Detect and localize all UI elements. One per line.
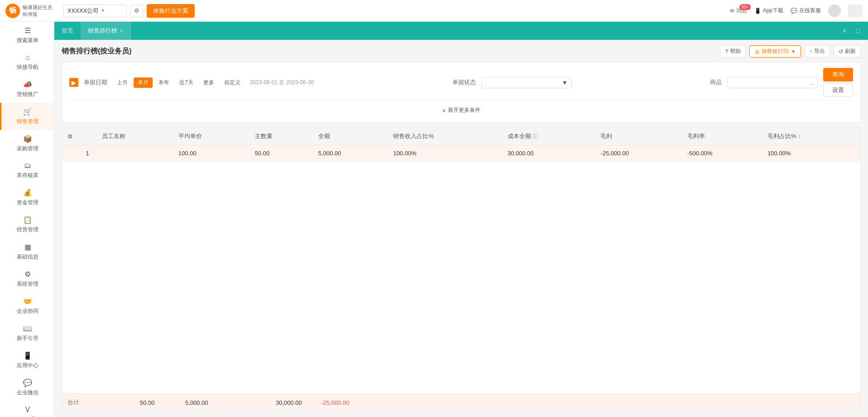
tab-home[interactable]: 首页 (54, 22, 81, 40)
table-container: ⚙ 员工名称 平均单价 主数量 全额 销售收入占比% 成本全额 ⓘ (62, 127, 861, 412)
sidebar-item-quick-nav[interactable]: ⌂ 快捷导航 (0, 49, 54, 76)
tab-maximize-button[interactable]: □ (852, 24, 864, 37)
tab-sales-ranking[interactable]: 销售排行榜 × (81, 22, 131, 40)
date-buttons: 上月 本月 本年 近7天 更多 自定义 (113, 77, 245, 88)
cell-name (96, 145, 173, 162)
page-actions: ? 帮助 🖨 按模板打印 ▼ ↑ 导出 ↺ 刷新 (720, 45, 861, 58)
message-icon: ✉ (730, 8, 734, 14)
settings-button[interactable]: 设置 (823, 83, 853, 97)
sidebar-item-marketing[interactable]: 📣 营销推广 (0, 76, 54, 103)
col-name-header: 员工名称 (96, 128, 173, 145)
expand-label: 展开更多条件 (448, 106, 480, 114)
footer-gross-profit: -25,000.00 (321, 399, 357, 406)
gross-pct-sort-icon[interactable]: ↕ (798, 133, 801, 139)
app-download-label: App下载 (763, 7, 783, 14)
footer-quantity: 50.00 (140, 399, 176, 406)
col-gross-profit-header: 毛利 (595, 128, 681, 145)
sidebar-item-search[interactable]: ☰ 搜索菜单 (0, 22, 54, 49)
sidebar-item-cooperation[interactable]: 🤝 企业协同 (0, 292, 54, 320)
sidebar-item-guide[interactable]: 📖 新手引导 (0, 320, 54, 347)
cost-info-icon[interactable]: ⓘ (532, 133, 538, 139)
sidebar-item-label: 销售管理 (17, 118, 38, 125)
tab-label: 销售排行榜 (88, 27, 117, 35)
sidebar-item-label: 采购管理 (17, 145, 38, 153)
sidebar-item-operations[interactable]: 📋 经营管理 (0, 211, 54, 238)
print-button[interactable]: 🖨 按模板打印 ▼ (749, 45, 801, 58)
page-title: 销售排行榜(按业务员) (62, 47, 132, 56)
online-service-button[interactable]: 💬 在线客服 (791, 7, 821, 14)
footer-amount: 5,000.00 (185, 399, 221, 406)
col-settings-header[interactable]: ⚙ (62, 128, 78, 145)
col-gross-pct-header: 毛利占比% ↕ (762, 128, 860, 145)
expand-more-conditions-btn[interactable]: ∨ 展开更多条件 (69, 104, 853, 117)
search-icon: ☰ (24, 26, 31, 35)
sidebar-item-label: 快捷导航 (17, 63, 38, 71)
message-button[interactable]: ✉ 消息 99+ (730, 7, 747, 14)
message-badge: 99+ (739, 4, 751, 10)
sidebar-item-label: 库存核算 (17, 172, 38, 179)
date-cur-year-btn[interactable]: 本年 (154, 77, 173, 88)
settings-icon-button[interactable]: ⚙ (130, 5, 143, 17)
top-right-area: ✉ 消息 99+ 📱 App下载 💬 在线客服 (730, 5, 863, 17)
date-more-btn[interactable]: 更多 (199, 77, 218, 88)
cell-settings (62, 145, 78, 162)
sidebar-item-finance[interactable]: 💰 资金管理 (0, 184, 54, 211)
main-layout: ☰ 搜索菜单 ⌂ 快捷导航 📣 营销推广 🛒 销售管理 📦 采购管理 🗂 库存核… (0, 22, 868, 417)
sidebar-item-apps[interactable]: 📱 应用中心 (0, 347, 54, 374)
system-icon: ⚙ (24, 270, 31, 278)
sidebar-item-system[interactable]: ⚙ 系统管理 (0, 265, 54, 292)
cell-rank: 1 (78, 145, 96, 162)
apps-icon: 📱 (23, 351, 32, 360)
expand-icon: ∨ (442, 107, 446, 114)
sidebar-item-purchase[interactable]: 📦 采购管理 (0, 130, 54, 157)
date-prev-month-btn[interactable]: 上月 (113, 77, 132, 88)
cell-gross-rate: -500.00% (682, 145, 762, 162)
date-filter-label: 单据日期 (84, 78, 107, 86)
date-cur-month-btn[interactable]: 本月 (134, 77, 153, 88)
service-icon: 💬 (791, 8, 797, 14)
sidebar-item-inventory[interactable]: 🗂 库存核算 (0, 157, 54, 184)
cell-quantity: 50.00 (249, 145, 313, 162)
page-header: 销售排行榜(按业务员) ? 帮助 🖨 按模板打印 ▼ ↑ 导出 (62, 45, 861, 58)
tab-bar: 首页 销售排行榜 × × □ (54, 22, 868, 40)
goods-input[interactable]: ... (727, 77, 818, 88)
refresh-button[interactable]: ↺ 刷新 (834, 45, 861, 58)
tab-close-button[interactable]: × (838, 24, 851, 37)
cell-amount: 5,000.00 (313, 145, 388, 162)
date-7days-btn[interactable]: 近7天 (175, 77, 197, 88)
tab-close-icon[interactable]: × (120, 28, 123, 34)
sidebar-item-label: 基础信息 (17, 253, 38, 261)
phone-icon: 📱 (754, 8, 761, 14)
gear-icon: ⚙ (134, 7, 139, 14)
date-custom-btn[interactable]: 自定义 (220, 77, 245, 88)
tab-actions: × □ (838, 22, 868, 40)
sidebar-item-wechat[interactable]: 💬 企业微信 (0, 374, 54, 401)
wechat-icon: 💬 (23, 379, 32, 387)
export-button[interactable]: ↑ 导出 (805, 45, 830, 58)
sidebar-item-member[interactable]: V 畅会员 (0, 401, 54, 417)
trial-button[interactable]: 体验行业方案 (147, 4, 195, 18)
filter-row-1: ▶ 单据日期 上月 本月 本年 近7天 更多 自定义 2023-06-01 至 … (69, 68, 853, 97)
status-select[interactable]: ▼ (481, 77, 572, 88)
query-button[interactable]: 查询 (823, 68, 853, 81)
company-selector[interactable]: XXXXX公司 ▼ (63, 5, 127, 17)
avatar[interactable] (828, 5, 841, 17)
sidebar-item-basics[interactable]: ▦ 基础信息 (0, 238, 54, 265)
logo-area: 畅 畅康通好生意 标准版 (5, 4, 60, 18)
goods-filter-label: 商品 (710, 78, 722, 86)
export-icon: ↑ (810, 48, 812, 55)
company-name: XXXXX公司 (67, 7, 99, 15)
data-table: ⚙ 员工名称 平均单价 主数量 全额 销售收入占比% 成本全额 ⓘ (62, 128, 860, 162)
goods-more-icon: ... (809, 79, 814, 86)
col-gross-rate-header: 毛利率 (682, 128, 762, 145)
print-chevron: ▼ (791, 48, 796, 55)
sidebar-item-sales[interactable]: 🛒 销售管理 (0, 103, 54, 130)
app-download-button[interactable]: 📱 App下载 (754, 7, 783, 14)
cooperation-icon: 🤝 (23, 297, 32, 306)
filter-expand-arrow[interactable]: ▶ (69, 78, 78, 87)
user-menu[interactable] (848, 5, 863, 17)
refresh-icon: ↺ (839, 48, 843, 55)
sidebar-item-label: 企业协同 (17, 307, 38, 315)
status-chevron-icon: ▼ (562, 79, 568, 86)
help-button[interactable]: ? 帮助 (720, 45, 746, 58)
